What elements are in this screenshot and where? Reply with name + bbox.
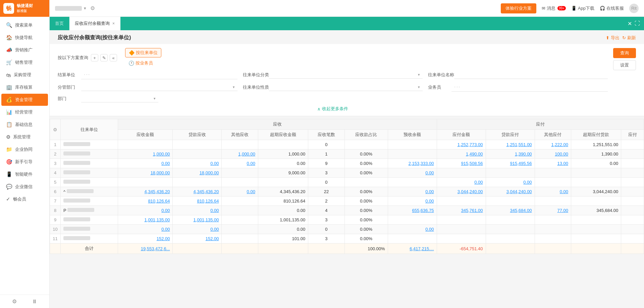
- refresh-button[interactable]: ↻ 刷新: [622, 35, 636, 41]
- sidebar-item-system[interactable]: ⚙ 系统管理: [1, 131, 48, 143]
- salesman-select[interactable]: ···: [451, 83, 608, 92]
- table-cell[interactable]: 3,044,240.00: [437, 187, 486, 196]
- sidebar-item-member[interactable]: ✓ 畅会员: [1, 193, 48, 205]
- sidebar-item-enterprise-wechat[interactable]: 💬 企业微信: [1, 181, 48, 193]
- table-cell[interactable]: 345,684.00: [486, 206, 535, 215]
- table-cell[interactable]: 1,252,773.00: [437, 140, 486, 149]
- table-cell[interactable]: 0.00: [222, 159, 258, 168]
- table-cell[interactable]: 100.00: [535, 149, 571, 159]
- table-cell[interactable]: 0.00: [118, 206, 173, 215]
- sidebar-item-basic-info[interactable]: 📋 基础信息: [1, 119, 48, 131]
- table-cell[interactable]: 915,495.56: [486, 159, 535, 168]
- table-cell[interactable]: 1,001,135.00: [118, 215, 173, 225]
- edit-scheme-btn[interactable]: ✎: [100, 54, 108, 61]
- sidebar-item-nav[interactable]: 🏠 快捷导航: [1, 32, 48, 44]
- messages-button[interactable]: ✉ 消息 99+: [542, 5, 566, 11]
- table-cell[interactable]: 345,761.00: [437, 206, 486, 215]
- table-settings-icon[interactable]: ⚙: [53, 127, 57, 132]
- table-cell[interactable]: 0.00: [173, 225, 222, 234]
- sidebar-item-finance[interactable]: 💰 资金管理: [1, 94, 48, 106]
- table-cell[interactable]: 4,345,436.20: [173, 187, 222, 196]
- table-cell[interactable]: 1,001,135.00: [173, 215, 222, 225]
- sidebar-item-label: 企业协同: [15, 146, 33, 152]
- table-cell[interactable]: 3,044,240.00: [486, 187, 535, 196]
- topbar-gear-icon[interactable]: ⚙: [90, 5, 95, 11]
- counterpart-name-input[interactable]: [454, 71, 608, 79]
- chevron-down-icon: ▾: [418, 73, 420, 77]
- settlement-unit-input[interactable]: ···: [81, 70, 237, 79]
- table-cell[interactable]: 1,251,551.00: [486, 140, 535, 149]
- sidebar-item-management[interactable]: 📊 经营管理: [1, 106, 48, 118]
- table-cell: [222, 215, 258, 225]
- table-cell[interactable]: 0.00: [118, 225, 173, 234]
- table-cell[interactable]: 4,345,436.20: [118, 187, 173, 196]
- table-cell: [621, 234, 644, 244]
- dept-select[interactable]: ▾: [81, 95, 158, 102]
- table-cell[interactable]: 2,153,333.00: [388, 159, 437, 168]
- table-cell[interactable]: 1,222.00: [535, 140, 571, 149]
- table-cell[interactable]: 152.00: [173, 234, 222, 244]
- sidebar-item-marketing[interactable]: 📣 营销推广: [1, 44, 48, 56]
- table-cell[interactable]: 0.00: [388, 187, 437, 196]
- dept-supervisor-select[interactable]: ▾: [81, 84, 237, 91]
- table-cell[interactable]: 655,636.75: [388, 206, 437, 215]
- table-cell[interactable]: 0.00: [388, 225, 437, 234]
- export-button[interactable]: ⬆ 导出: [606, 35, 620, 41]
- sidebar-item-inventory[interactable]: 🏢 库存核算: [1, 81, 48, 93]
- counterpart-nature-select[interactable]: ▾: [269, 84, 423, 91]
- more-scheme-btn[interactable]: «: [110, 54, 117, 61]
- sidebar-item-sales[interactable]: 🛒 销售管理: [1, 56, 48, 69]
- tab-balance-query[interactable]: 应收应付余额查询 ×: [69, 17, 120, 30]
- collapse-sidebar-btn[interactable]: ⏸: [32, 299, 37, 305]
- solution-button[interactable]: 体验行业方案: [501, 3, 536, 13]
- data-table: ⚙ 往来单位 应收 应付 应收金额 贷款应收 其他应收 超期应收金额 应收笔数 …: [50, 119, 644, 254]
- table-cell[interactable]: 0.00: [388, 196, 437, 206]
- table-cell[interactable]: 915,508.56: [437, 159, 486, 168]
- sidebar-item-guide[interactable]: 🎯 新手引导: [1, 156, 48, 168]
- settings-bottom-icon[interactable]: ⚙: [12, 298, 17, 305]
- table-cell[interactable]: 18,000.00: [173, 168, 222, 178]
- table-cell[interactable]: 13.00: [535, 159, 571, 168]
- table-cell[interactable]: 1,490.00: [437, 149, 486, 159]
- user-avatar[interactable]: Rit: [629, 4, 639, 13]
- table-cell: 0: [308, 225, 344, 234]
- sidebar-item-hardware[interactable]: 📱 智能硬件: [1, 168, 48, 180]
- table-cell[interactable]: 18,000.00: [118, 168, 173, 178]
- table-cell[interactable]: 1,000.00: [222, 149, 258, 159]
- table-cell[interactable]: 0.00: [437, 178, 486, 187]
- footer-recv-amount[interactable]: 19,553,472,6...: [118, 244, 173, 254]
- table-cell[interactable]: 152.00: [118, 234, 173, 244]
- th-settings[interactable]: ⚙: [50, 119, 61, 140]
- footer-recv-prepaid[interactable]: 6,417,215....: [388, 244, 437, 254]
- query-button[interactable]: 查询: [613, 48, 636, 58]
- table-cell[interactable]: 0.00: [388, 168, 437, 178]
- tab-close-icon[interactable]: ×: [112, 21, 115, 26]
- table-cell[interactable]: 0.00: [222, 187, 258, 196]
- collapse-filter-btn[interactable]: ∧ 收起更多条件: [58, 106, 608, 112]
- table-cell[interactable]: 810,126.64: [118, 196, 173, 206]
- table-cell[interactable]: 0.00: [173, 206, 222, 215]
- filter-option-counterpart[interactable]: 🔶 按往来单位: [125, 48, 161, 57]
- app-download-button[interactable]: 📱 App下载: [571, 5, 594, 11]
- table-cell: 4: [308, 206, 344, 215]
- table-cell[interactable]: 0.00: [486, 178, 535, 187]
- table-cell[interactable]: 1,390.00: [486, 149, 535, 159]
- table-cell[interactable]: 810,126.64: [173, 196, 222, 206]
- table-cell[interactable]: 1,000.00: [118, 149, 173, 159]
- table-cell: [437, 225, 486, 234]
- counterpart-category-select[interactable]: ▾: [269, 71, 423, 79]
- table-cell[interactable]: 77.00: [535, 206, 571, 215]
- table-cell[interactable]: 0.00: [535, 187, 571, 196]
- tab-close-all-btn[interactable]: ✕: [628, 20, 632, 27]
- add-scheme-btn[interactable]: +: [91, 54, 98, 61]
- sidebar-item-search[interactable]: 🔍 搜索菜单: [1, 19, 48, 31]
- sidebar-item-purchase[interactable]: 🛍 采购管理: [1, 69, 48, 81]
- settings-button[interactable]: 设置: [613, 60, 636, 70]
- sidebar-item-enterprise-collab[interactable]: 📁 企业协同: [1, 143, 48, 156]
- tab-home[interactable]: 首页: [50, 17, 69, 30]
- online-service-button[interactable]: 🎧 在线客服: [600, 5, 624, 11]
- table-cell[interactable]: 0.00: [173, 159, 222, 168]
- tab-fullscreen-btn[interactable]: ⛶: [635, 20, 640, 27]
- table-cell[interactable]: 0.00: [118, 159, 173, 168]
- filter-option-salesman[interactable]: 🕐 按业务员: [125, 59, 161, 68]
